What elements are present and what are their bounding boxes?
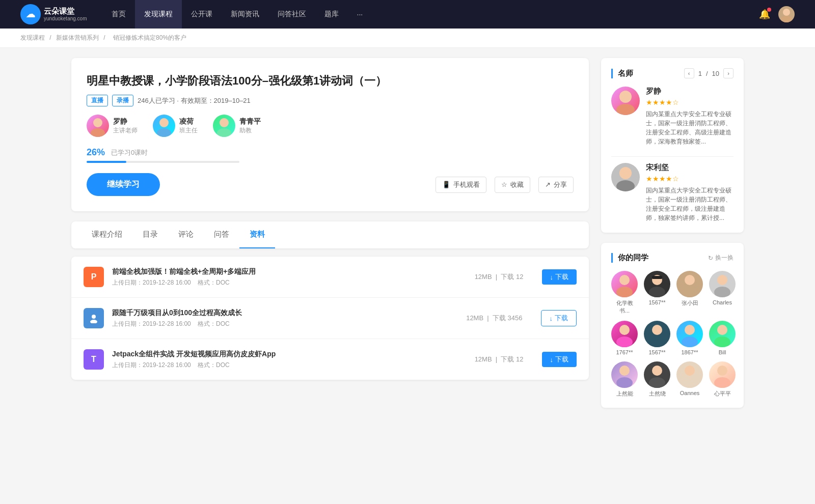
tab-qa[interactable]: 问答 [204, 221, 239, 248]
famous-teacher-name-1: 宋利坚 [646, 163, 734, 173]
download-button-1[interactable]: ↓ 下载 [541, 310, 577, 326]
bell-icon[interactable]: 🔔 [759, 9, 770, 20]
action-row: 继续学习 📱 手机观看 ☆ 收藏 ↗ 分享 [87, 173, 574, 196]
classmate-avatar-4[interactable] [611, 321, 638, 347]
teacher-name-2: 青青平 [239, 117, 261, 126]
nav-item-discover[interactable]: 发现课程 [135, 0, 182, 29]
material-icon-0: P [84, 267, 104, 287]
classmate-avatar-9[interactable] [644, 361, 670, 388]
progress-section: 26% 已学习0课时 [87, 147, 574, 163]
svg-point-2 [93, 118, 102, 127]
prev-page-button[interactable]: ‹ [684, 68, 694, 78]
teacher-avatar-2 [213, 115, 235, 137]
svg-point-26 [649, 337, 665, 347]
classmate-avatar-5[interactable] [644, 321, 670, 347]
classmates-grid: 化学教书... 1567** 张小田 [611, 271, 734, 398]
classmate-avatar-1[interactable] [644, 271, 670, 297]
svg-point-17 [649, 287, 665, 297]
breadcrumb-link-1[interactable]: 发现课程 [20, 34, 45, 41]
progress-label: 已学习0课时 [111, 148, 148, 157]
refresh-button[interactable]: ↻ 换一换 [708, 254, 734, 262]
share-icon: ↗ [545, 181, 551, 188]
user-avatar[interactable] [778, 6, 795, 22]
continue-learning-button[interactable]: 继续学习 [87, 173, 160, 196]
classmate-avatar-7[interactable] [709, 321, 736, 347]
tabs-bar: 课程介绍 目录 评论 问答 资料 [71, 221, 589, 248]
nav-item-home[interactable]: 首页 [102, 0, 135, 29]
material-title-1: 跟随千万级项目从0到100全过程高效成长 [112, 309, 448, 318]
nav-item-bank[interactable]: 题库 [315, 0, 348, 29]
collect-button[interactable]: ☆ 收藏 [495, 177, 530, 193]
share-button[interactable]: ↗ 分享 [538, 177, 574, 193]
svg-point-4 [159, 118, 169, 127]
teacher-2: 青青平 助教 [213, 115, 261, 137]
material-title-0: 前端全栈加强版！前端全栈+全周期+多端应用 [112, 267, 456, 276]
logo[interactable]: ☁ 云朵课堂 yunduoketang.com [20, 4, 87, 24]
refresh-icon: ↻ [708, 255, 713, 262]
svg-point-13 [616, 180, 635, 191]
tab-directory[interactable]: 目录 [132, 221, 168, 248]
material-meta-2: 上传日期：2019-12-28 16:00 格式：DOC [112, 361, 456, 370]
svg-point-23 [619, 325, 630, 335]
course-title: 明星中教授课，小学阶段语法100分–强化级第1讲动词（一） [87, 73, 574, 89]
breadcrumb-current: 销冠修炼术搞定80%的客户 [113, 34, 186, 41]
nav-item-more[interactable]: ··· [348, 0, 372, 29]
badge-record: 录播 [112, 95, 133, 106]
material-info-0: 前端全栈加强版！前端全栈+全周期+多端应用 上传日期：2019-12-28 16… [112, 267, 456, 287]
classmate-4: 1767** [611, 321, 638, 355]
teacher-avatar-1 [153, 115, 175, 137]
download-button-2[interactable]: ↓ 下载 [542, 352, 577, 367]
page-nav: ‹ 1 / 10 › [684, 68, 734, 78]
action-buttons: 📱 手机观看 ☆ 收藏 ↗ 分享 [436, 177, 574, 193]
download-button-0[interactable]: ↓ 下载 [542, 269, 577, 285]
classmate-avatar-10[interactable] [676, 361, 703, 388]
svg-point-35 [685, 366, 695, 376]
download-icon-2: ↓ [550, 356, 554, 363]
classmate-avatar-2[interactable] [676, 271, 703, 297]
famous-teacher-avatar-0 [611, 87, 640, 115]
material-item-0: P 前端全栈加强版！前端全栈+全周期+多端应用 上传日期：2019-12-28 … [71, 257, 589, 298]
nav-item-qa[interactable]: 问答社区 [268, 0, 315, 29]
main-layout: 明星中教授课，小学阶段语法100分–强化级第1讲动词（一） 直播 录播 246人… [51, 48, 764, 428]
notification-dot [767, 8, 771, 12]
logo-icon: ☁ [20, 4, 41, 24]
svg-point-15 [616, 287, 633, 297]
material-stats-1: 12MB | 下载 3456 [466, 314, 522, 323]
classmate-7: Bill [709, 321, 736, 355]
classmate-6: 1867** [676, 321, 703, 355]
nav-item-news[interactable]: 新闻资讯 [222, 0, 268, 29]
classmate-avatar-3[interactable] [709, 271, 736, 297]
breadcrumb-link-2[interactable]: 新媒体营销系列 [56, 34, 99, 41]
material-icon-1 [84, 308, 104, 328]
mobile-watch-button[interactable]: 📱 手机观看 [436, 177, 486, 193]
divider-1 [611, 156, 734, 157]
page-total: 10 [712, 70, 719, 77]
classmate-avatar-6[interactable] [676, 321, 703, 347]
classmate-11: 心平平 [709, 361, 736, 398]
nav-item-open[interactable]: 公开课 [182, 0, 222, 29]
svg-point-10 [619, 91, 632, 103]
svg-point-1 [781, 16, 792, 22]
classmate-avatar-8[interactable] [611, 361, 638, 388]
classmate-name-10: Oannes [680, 390, 700, 396]
classmate-name-0: 化学教书... [611, 299, 638, 315]
classmate-2: 张小田 [676, 271, 703, 315]
logo-sub: yunduoketang.com [44, 16, 87, 22]
famous-teacher-desc-1: 国内某重点大学安全工程专业硕士，国家一级注册消防工程师、注册安全工程师，级注册建… [646, 186, 734, 222]
tab-intro[interactable]: 课程介绍 [82, 221, 132, 248]
tab-materials[interactable]: 资料 [239, 221, 275, 248]
tab-comments[interactable]: 评论 [168, 221, 204, 248]
svg-point-11 [616, 104, 635, 115]
next-page-button[interactable]: › [723, 68, 734, 78]
classmate-5: 1567** [644, 321, 670, 355]
content-area: 明星中教授课，小学阶段语法100分–强化级第1讲动词（一） 直播 录播 246人… [71, 58, 589, 418]
material-item-2: T Jetpack全组件实战 开发短视频应用高仿皮皮虾App 上传日期：2019… [71, 339, 589, 380]
svg-point-9 [90, 320, 97, 323]
svg-point-37 [717, 366, 727, 376]
classmate-name-1: 1567** [648, 299, 665, 305]
classmate-avatar-11[interactable] [709, 361, 736, 388]
logo-name: 云朵课堂 [44, 7, 87, 16]
teacher-name-0: 罗静 [113, 117, 138, 126]
classmate-avatar-0[interactable] [611, 271, 638, 297]
famous-teacher-1: 宋利坚 ★★★★☆ 国内某重点大学安全工程专业硕士，国家一级注册消防工程师、注册… [611, 163, 734, 222]
